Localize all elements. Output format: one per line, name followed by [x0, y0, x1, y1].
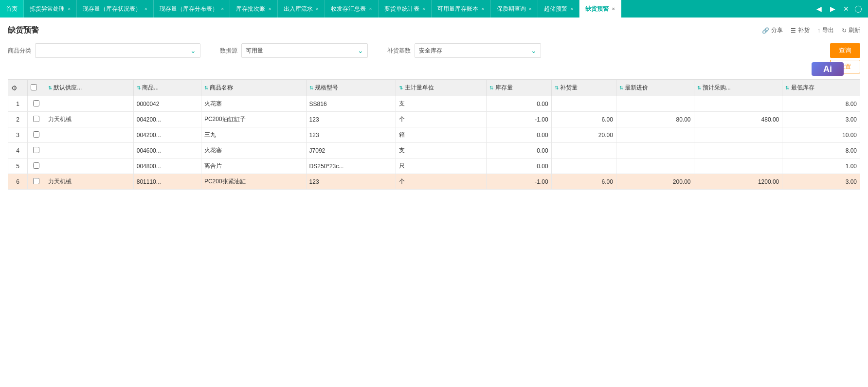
- replenish-select[interactable]: 安全库存 ⌄: [415, 43, 541, 58]
- datasource-select[interactable]: 可用量 ⌄: [241, 43, 368, 58]
- nav-tab-inout-flow[interactable]: 出入库流水×: [278, 0, 325, 18]
- cell-unit: 个: [396, 112, 487, 127]
- settings-gear-icon[interactable]: ⚙: [11, 84, 18, 92]
- row-checkbox-cell[interactable]: [28, 158, 45, 174]
- replenish-icon: ☰: [791, 27, 796, 34]
- cell-supplier: [45, 96, 134, 112]
- row-checkbox[interactable]: [33, 162, 39, 169]
- cell-spec: DS250*23c...: [306, 158, 396, 174]
- nav-tab-order-stats[interactable]: 要货单统计表×: [379, 0, 432, 18]
- nav-tab-stock-dist[interactable]: 现存量（库存分布表）×: [154, 0, 230, 18]
- col-unit[interactable]: ⇅ 主计量单位: [396, 80, 487, 96]
- col-spec[interactable]: ⇅ 规格型号: [306, 80, 396, 96]
- cell-product-name: 火花塞: [201, 96, 306, 112]
- replenish-value: 安全库存: [419, 47, 442, 55]
- refresh-icon: ↻: [842, 27, 847, 34]
- cell-min-stock: 1.00: [782, 158, 860, 174]
- row-num: 4: [8, 143, 28, 158]
- row-checkbox-cell[interactable]: [28, 174, 45, 190]
- row-num: 5: [8, 158, 28, 174]
- close-tab-recv-send-summary[interactable]: ×: [369, 6, 372, 12]
- close-tab-batch-account[interactable]: ×: [268, 6, 271, 12]
- cell-min-stock: 3.00: [782, 112, 860, 127]
- cell-product-code: 004200...: [133, 112, 201, 127]
- row-checkbox-cell[interactable]: [28, 127, 45, 143]
- maximize-btn[interactable]: ⃝: [853, 2, 866, 15]
- replenish-label: 补货基数: [387, 47, 411, 55]
- row-num: 3: [8, 127, 28, 143]
- cell-unit: 只: [396, 158, 487, 174]
- cell-stock-qty: -1.00: [487, 174, 551, 190]
- close-tab-inout-flow[interactable]: ×: [316, 6, 319, 12]
- scroll-left-btn[interactable]: ◀: [813, 2, 825, 15]
- row-checkbox[interactable]: [33, 147, 39, 153]
- row-checkbox-cell[interactable]: [28, 112, 45, 127]
- cell-latest-price: [616, 143, 694, 158]
- cell-replenish-qty: 6.00: [551, 174, 616, 190]
- cell-est-purchase: [694, 96, 782, 112]
- cell-product-name: PC200张紧油缸: [201, 174, 306, 190]
- col-supplier[interactable]: ⇅ 默认供应...: [45, 80, 134, 96]
- nav-tab-overstock-warning[interactable]: 超储预警×: [538, 0, 579, 18]
- close-tab-order-stats[interactable]: ×: [422, 6, 425, 12]
- col-settings[interactable]: ⚙: [8, 80, 28, 96]
- cell-est-purchase: 1200.00: [694, 174, 782, 190]
- row-num: 1: [8, 96, 28, 112]
- select-all-checkbox[interactable]: [31, 84, 37, 90]
- scroll-right-btn[interactable]: ▶: [826, 2, 839, 15]
- col-product-name[interactable]: ⇅ 商品名称: [201, 80, 306, 96]
- col-checkbox[interactable]: [28, 80, 45, 96]
- category-select[interactable]: ⌄: [35, 43, 200, 58]
- close-tab-available-ledger[interactable]: ×: [481, 6, 484, 12]
- row-checkbox[interactable]: [33, 131, 39, 138]
- nav-tab-home[interactable]: 首页: [0, 0, 24, 18]
- sort-icon-2: ⇅: [137, 85, 141, 90]
- col-min-stock[interactable]: ⇅ 最低库存: [782, 80, 860, 96]
- cell-product-name: PC200油缸缸子: [201, 112, 306, 127]
- nav-tab-recv-send-summary[interactable]: 收发存汇总表×: [325, 0, 378, 18]
- filter-section: 商品分类 ⌄ 数据源 可用量 ⌄ 补货基数 安全库存 ⌄: [8, 43, 860, 73]
- close-tab-pick-exception[interactable]: ×: [68, 6, 71, 12]
- close-tab-shortage-warning[interactable]: ×: [612, 6, 615, 12]
- nav-tab-expiry-query[interactable]: 保质期查询×: [491, 0, 538, 18]
- row-checkbox[interactable]: [33, 116, 39, 122]
- close-tab-stock-dist[interactable]: ×: [221, 6, 224, 12]
- close-tab-stock-status[interactable]: ×: [144, 6, 147, 12]
- refresh-action[interactable]: ↻ 刷新: [842, 26, 860, 35]
- col-est-purchase[interactable]: ⇅ 预计采购...: [694, 80, 782, 96]
- page-title: 缺货预警: [8, 25, 39, 35]
- query-button[interactable]: 查询: [830, 43, 860, 58]
- cell-unit: 支: [396, 143, 487, 158]
- row-num: 2: [8, 112, 28, 127]
- nav-tab-batch-account[interactable]: 库存批次账×: [230, 0, 277, 18]
- nav-tab-pick-exception[interactable]: 拣货异常处理×: [24, 0, 77, 18]
- col-stock-qty[interactable]: ⇅ 库存量: [487, 80, 551, 96]
- ai-badge[interactable]: Ai: [812, 62, 844, 76]
- close-tab-expiry-query[interactable]: ×: [529, 6, 532, 12]
- replenish-action[interactable]: ☰ 补货: [791, 26, 810, 35]
- nav-tab-stock-status[interactable]: 现存量（库存状况表）×: [77, 0, 153, 18]
- cell-spec: J7092: [306, 143, 396, 158]
- col-product-code[interactable]: ⇅ 商品...: [133, 80, 201, 96]
- datasource-label: 数据源: [220, 47, 237, 55]
- nav-tab-available-ledger[interactable]: 可用量库存账本×: [432, 0, 490, 18]
- datasource-value: 可用量: [246, 47, 263, 55]
- cell-latest-price: 200.00: [616, 174, 694, 190]
- share-action[interactable]: 🔗 分享: [762, 26, 783, 35]
- cell-unit: 个: [396, 174, 487, 190]
- table-row: 5 004800... 离合片 DS250*23c... 只 0.00 1.00: [8, 158, 860, 174]
- row-checkbox-cell[interactable]: [28, 96, 45, 112]
- nav-tab-shortage-warning[interactable]: 缺货预警×: [579, 0, 621, 18]
- close-tab-btn[interactable]: ✕: [840, 2, 852, 15]
- col-latest-price[interactable]: ⇅ 最新进价: [616, 80, 694, 96]
- cell-latest-price: [616, 96, 694, 112]
- row-checkbox[interactable]: [33, 100, 39, 106]
- row-checkbox[interactable]: [33, 178, 39, 184]
- export-action[interactable]: ↑ 导出: [817, 26, 834, 35]
- replenish-filter-group: 补货基数 安全库存 ⌄: [387, 43, 541, 58]
- cell-stock-qty: 0.00: [487, 143, 551, 158]
- export-icon: ↑: [817, 27, 820, 34]
- col-replenish-qty[interactable]: ⇅ 补货量: [551, 80, 616, 96]
- row-checkbox-cell[interactable]: [28, 143, 45, 158]
- close-tab-overstock-warning[interactable]: ×: [570, 6, 573, 12]
